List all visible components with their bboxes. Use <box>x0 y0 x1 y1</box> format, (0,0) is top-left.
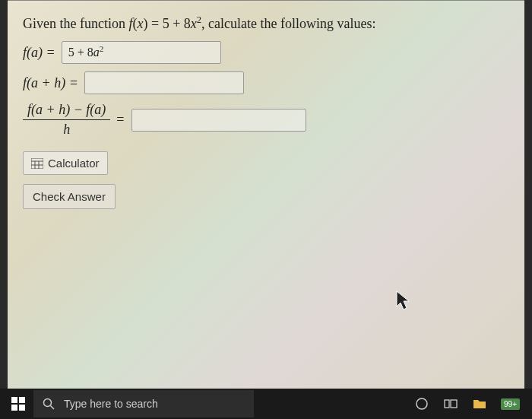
svg-rect-13 <box>451 400 457 408</box>
prompt-prefix: Given the function <box>23 16 128 31</box>
fraction-numerator: f(a + h) − f(a) <box>23 102 110 120</box>
label-fa: f(a) = <box>23 45 55 61</box>
check-label: Check Answer <box>33 190 106 203</box>
svg-point-9 <box>44 399 52 407</box>
cortana-icon[interactable] <box>414 396 429 411</box>
input-fah[interactable] <box>84 71 244 94</box>
svg-rect-6 <box>19 397 25 403</box>
taskbar-search[interactable]: Type here to search <box>33 390 254 417</box>
calculator-label: Calculator <box>48 157 100 170</box>
svg-point-11 <box>416 398 427 409</box>
svg-rect-12 <box>445 400 449 408</box>
difference-quotient-label: f(a + h) − f(a) h <box>23 102 110 138</box>
label-fah: f(a + h) = <box>23 75 78 91</box>
svg-rect-5 <box>11 397 17 403</box>
answer-row-2: f(a + h) = <box>23 71 509 94</box>
svg-line-10 <box>51 406 55 410</box>
mouse-cursor <box>395 290 413 311</box>
folder-icon[interactable] <box>472 396 487 411</box>
notification-badge[interactable]: 99+ <box>501 398 520 410</box>
check-row: Check Answer <box>23 184 509 209</box>
calculator-icon <box>31 158 43 169</box>
search-placeholder: Type here to search <box>64 398 158 410</box>
taskbar: Type here to search 99+ <box>0 389 532 419</box>
input-diffquot[interactable] <box>131 109 306 132</box>
answer-row-3: f(a + h) − f(a) h = <box>23 102 509 138</box>
function-definition: f(x) = 5 + 8x2 <box>128 16 201 31</box>
question-prompt: Given the function f(x) = 5 + 8x2, calcu… <box>23 14 509 32</box>
start-button[interactable] <box>6 392 30 416</box>
input-fa[interactable]: 5 + 8a2 <box>62 41 221 64</box>
windows-icon <box>11 397 25 411</box>
system-tray: 99+ <box>414 396 526 411</box>
calculator-row: Calculator <box>23 151 509 175</box>
calculator-button[interactable]: Calculator <box>23 151 108 175</box>
fraction-denominator: h <box>63 120 70 138</box>
prompt-suffix: , calculate the following values: <box>201 16 375 31</box>
check-answer-button[interactable]: Check Answer <box>23 184 116 209</box>
equals-sign: = <box>116 112 124 128</box>
svg-rect-0 <box>31 158 43 169</box>
search-icon <box>43 398 55 410</box>
task-view-icon[interactable] <box>443 396 458 411</box>
question-panel: Given the function f(x) = 5 + 8x2, calcu… <box>8 0 524 389</box>
svg-rect-7 <box>11 405 17 411</box>
svg-rect-8 <box>19 405 25 411</box>
answer-row-1: f(a) = 5 + 8a2 <box>23 41 509 64</box>
